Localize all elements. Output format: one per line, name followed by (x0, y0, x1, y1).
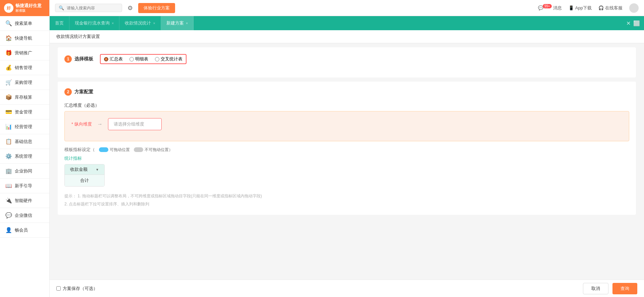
radio-cross[interactable]: 交叉统计表 (155, 56, 182, 62)
hint2: 2. 点击标题栏下拉可设置排序、插入列和删除列 (64, 200, 629, 208)
sidebar-label-search: 搜索菜单 (15, 20, 32, 27)
user-avatar[interactable] (629, 3, 639, 13)
hint1: 提示： 1. 拖动标题栏可以调整布局，不可跨维度或指标区域拖动目字段(只能在同一… (64, 192, 629, 200)
radio-detail[interactable]: 明细表 (129, 56, 148, 62)
tab-receipt-stats[interactable]: 收款情况统计 × (119, 16, 161, 30)
trial-button[interactable]: 体验行业方案 (138, 3, 175, 13)
download-icon: 📱 (569, 5, 574, 10)
tab-bank-flow-label: 现金银行流水查询 (75, 20, 110, 26)
sidebar-item-marketing[interactable]: 🎁 营销推广 (0, 46, 49, 60)
sidebar-label-marketing: 营销推广 (15, 50, 32, 56)
notification-label: 消息 (553, 5, 562, 11)
bottom-buttons: 取消 查询 (583, 283, 637, 294)
vertical-dim-label: * 纵向维度 (71, 121, 92, 127)
metrics-header-row[interactable]: 收款金额 ▼ (65, 164, 104, 175)
sidebar-item-weixin[interactable]: 💬 企业微信 (0, 208, 49, 223)
draggable-badge: 可拖动位置 (99, 147, 130, 153)
tab-controls: ✕ ⬜ (622, 20, 644, 27)
metrics-total-cell: 合计 (65, 175, 104, 186)
tab-receipt-label: 收款情况统计 (125, 20, 151, 26)
header-search-box[interactable]: 🔍 (55, 4, 122, 12)
sidebar-nav: 🔍 搜索菜单 🏠 快捷导航 🎁 营销推广 💰 销售管理 🛒 采购管理 📦 库存核… (0, 16, 49, 297)
page-breadcrumb: 收款情况统计方案设置 (50, 30, 644, 43)
sidebar: 好 畅捷通好生意 标准版 🔍 搜索菜单 🏠 快捷导航 🎁 营销推广 💰 销售管理… (0, 0, 50, 297)
metrics-area: 统计指标 收款金额 ▼ 合计 (64, 155, 629, 187)
support-btn[interactable]: 🎧 在线客服 (598, 5, 623, 11)
app-name: 畅捷通好生意 (15, 3, 42, 8)
sidebar-label-system: 系统管理 (15, 153, 32, 159)
download-btn[interactable]: 📱 App下载 (569, 5, 592, 11)
step2-label: 方案配置 (74, 89, 93, 95)
radio-summary[interactable]: 汇总表 (104, 56, 123, 62)
chevron-down-icon[interactable]: ▼ (96, 168, 99, 171)
sidebar-item-operations[interactable]: 📊 经营管理 (0, 119, 49, 134)
tab-new-plan-close[interactable]: × (186, 21, 188, 25)
tab-bar: 首页 现金银行流水查询 × 收款情况统计 × 新建方案 × ✕ ⬜ (50, 16, 644, 30)
non-draggable-indicator (134, 147, 143, 152)
cancel-button[interactable]: 取消 (583, 283, 608, 294)
sidebar-label-purchase: 采购管理 (15, 80, 32, 86)
sidebar-label-capital: 资金管理 (15, 109, 32, 115)
config-section: 2 方案配置 汇总维度（必选） * 纵向维度 → 请选择分组维度 (58, 82, 636, 215)
sidebar-item-basicinfo[interactable]: 📋 基础信息 (0, 134, 49, 149)
bottom-bar: 方案保存（可选） 取消 查询 (50, 280, 644, 297)
save-checkbox[interactable] (56, 286, 61, 291)
operations-icon: 📊 (5, 123, 12, 130)
window-close-icon[interactable]: ✕ (626, 20, 631, 27)
template-radio-group: 汇总表 明细表 交叉统计表 (100, 54, 186, 64)
arrow-right-icon: → (97, 121, 103, 127)
tab-home-label: 首页 (55, 20, 64, 26)
vertical-dim-select[interactable]: 请选择分组维度 (108, 118, 162, 130)
support-label: 在线客服 (605, 5, 623, 11)
metrics-label-row: 模板指标设定（ 可拖动位置 不可拖动位置） (64, 147, 629, 153)
sidebar-item-sales[interactable]: 💰 销售管理 (0, 60, 49, 75)
app-logo: 好 畅捷通好生意 标准版 (0, 0, 49, 16)
newbie-icon: 📖 (5, 183, 12, 189)
sidebar-label-sales: 销售管理 (15, 65, 32, 71)
sidebar-label-weixin: 企业微信 (15, 212, 32, 218)
tab-new-plan-label: 新建方案 (166, 20, 184, 26)
step1-number: 1 (64, 55, 72, 63)
weixin-icon: 💬 (5, 212, 12, 218)
vertical-dim-row: * 纵向维度 → 请选择分组维度 (71, 118, 622, 130)
window-maximize-icon[interactable]: ⬜ (633, 20, 640, 27)
search-input[interactable] (67, 6, 114, 10)
sidebar-item-purchase[interactable]: 🛒 采购管理 (0, 75, 49, 90)
tab-bank-flow[interactable]: 现金银行流水查询 × (69, 16, 119, 30)
sidebar-label-quicknav: 快捷导航 (15, 35, 32, 41)
sidebar-label-newbie: 新手引导 (15, 183, 32, 189)
template-section: 1 选择模板 汇总表 明细表 交叉统计表 (58, 47, 636, 78)
tab-bank-flow-close[interactable]: × (112, 21, 114, 25)
sidebar-item-newbie[interactable]: 📖 新手引导 (0, 179, 49, 193)
inventory-icon: 📦 (5, 94, 12, 100)
settings-icon[interactable]: ⚙ (127, 4, 133, 12)
sidebar-item-member[interactable]: 👤 畅会员 (0, 223, 49, 238)
sidebar-item-enterprise[interactable]: 🏢 企业协同 (0, 164, 49, 179)
tab-home[interactable]: 首页 (50, 16, 69, 30)
step2-number: 2 (64, 88, 72, 96)
sidebar-item-smarthw[interactable]: 🔌 智能硬件 (0, 193, 49, 208)
top-header: 🔍 ⚙ 体验行业方案 💬 99+ 消息 📱 App下载 🎧 在线客服 (50, 0, 644, 16)
purchase-icon: 🛒 (5, 79, 12, 86)
marketing-icon: 🎁 (5, 50, 12, 56)
metrics-header-label: 收款金额 (70, 166, 88, 172)
sidebar-label-inventory: 库存核算 (15, 94, 32, 100)
app-edition: 标准版 (15, 8, 42, 13)
sidebar-item-search-menu[interactable]: 🔍 搜索菜单 (0, 16, 49, 31)
quick-nav-icon: 🏠 (5, 35, 12, 41)
query-button[interactable]: 查询 (612, 283, 637, 294)
step1-row: 1 选择模板 汇总表 明细表 交叉统计表 (64, 54, 629, 64)
tab-receipt-close[interactable]: × (153, 21, 155, 25)
sidebar-item-system[interactable]: ⚙️ 系统管理 (0, 149, 49, 164)
sidebar-item-quick-nav[interactable]: 🏠 快捷导航 (0, 31, 49, 46)
notification-btn[interactable]: 💬 99+ 消息 (538, 5, 562, 11)
non-draggable-badge: 不可拖动位置） (134, 147, 173, 153)
sidebar-item-capital[interactable]: 💳 资金管理 (0, 105, 49, 119)
metrics-table: 收款金额 ▼ 合计 (64, 164, 105, 187)
sidebar-item-inventory[interactable]: 📦 库存核算 (0, 90, 49, 105)
tab-new-plan[interactable]: 新建方案 × (161, 16, 194, 30)
non-draggable-label: 不可拖动位置） (145, 147, 173, 153)
system-icon: ⚙️ (5, 153, 12, 159)
basicinfo-icon: 📋 (5, 138, 12, 145)
download-label: App下载 (575, 5, 592, 11)
